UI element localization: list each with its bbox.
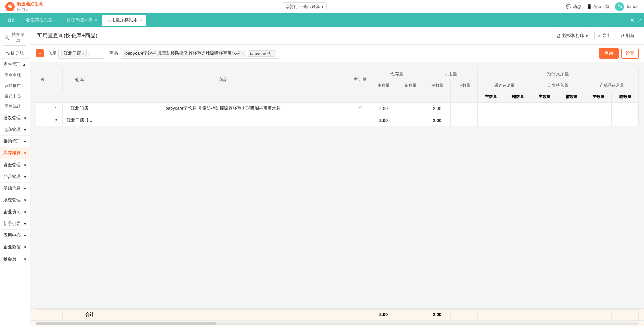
top-bar-left: 畅 畅捷通好生意 标准版 [5, 1, 43, 12]
sidebar-item-retail-stats[interactable]: 零售统计 [0, 101, 30, 112]
total-p5 [585, 309, 612, 320]
industry-select[interactable]: 母婴行业演示账套 ▾ [282, 2, 327, 11]
print-template-btn[interactable]: 🖨 按模板打印 ▾ [554, 31, 591, 40]
th-product-pending-sub: 辅数量 [612, 91, 639, 103]
export-icon: ↗ [597, 33, 601, 38]
td-unit-1: 个 [350, 103, 370, 114]
user-menu[interactable]: Ea demo2 [615, 2, 639, 11]
sidebar-group-purchase-header[interactable]: 采购管理 ▾ [0, 136, 30, 147]
setting-btn[interactable]: 设置 [621, 48, 639, 59]
th-no [49, 68, 63, 91]
export-btn[interactable]: ↗ 导出 [594, 31, 614, 40]
sidebar-group-wholesale-label: 批发管理 [3, 115, 21, 121]
page-header: 可用量查询(按仓库+商品) 🖨 按模板打印 ▾ ↗ 导出 ↺ 刷新 [30, 27, 644, 45]
th-purchase-main: 主数量 [478, 91, 504, 103]
sidebar-item-marketing[interactable]: 营销推广 [0, 81, 30, 91]
filter-product-tag2-text: babycare?... [250, 51, 274, 56]
chevron-icon: ▲ [22, 62, 26, 67]
chevron-icon12: ▾ [24, 233, 26, 238]
sidebar-search-btn[interactable]: 🔍 搜索菜单 [3, 30, 27, 46]
th-product-pending: 产成品待入量 [585, 80, 639, 91]
export-label: 导出 [602, 33, 611, 39]
sidebar-group-retail-header[interactable]: 零售管理 ▲ [0, 59, 30, 70]
chevron-icon7: ▾ [24, 174, 26, 179]
print-template-label: 按模板打印 [562, 33, 584, 39]
filter-warehouse-input[interactable]: 江北门店 × ... [58, 48, 105, 59]
td-product-pending-main-1 [585, 103, 612, 114]
app-download-btn[interactable]: 📱 App下载 [587, 4, 610, 10]
message-btn[interactable]: 💬 消息 [566, 4, 581, 10]
sidebar-item-retail-mall[interactable]: 零售商城 [0, 70, 30, 81]
td-warehouse-2: 江北门店【... [63, 114, 96, 126]
tab-home[interactable]: 首页 [3, 15, 21, 26]
query-btn[interactable]: 查询 [599, 48, 619, 59]
filter-warehouse-ellipsis[interactable]: ... [88, 51, 91, 56]
chevron-icon11: ▾ [24, 221, 26, 226]
top-bar-center: 母婴行业演示账套 ▾ [282, 2, 327, 11]
expand-icon: » [38, 51, 41, 56]
scrollbar-track[interactable] [36, 322, 639, 325]
sidebar-quick-nav[interactable]: 快捷导航 [0, 48, 30, 59]
chevron-icon4: ▾ [24, 139, 26, 144]
filter-product-tag1-close[interactable]: × [241, 51, 244, 55]
nav-expand-btn[interactable]: ⤢ [637, 17, 641, 24]
th-incoming-main: 主数量 [531, 91, 558, 103]
total-p4 [558, 309, 585, 320]
th-product: 商品 [96, 68, 350, 91]
scrollbar-thumb [36, 322, 216, 325]
sidebar-group-appcenter-label: 应用中心 [3, 232, 21, 238]
chevron-icon10: ▾ [24, 209, 26, 215]
td-incoming-main-1 [531, 103, 558, 114]
brand-name: 畅捷通好生意 [17, 1, 43, 7]
sidebar-item-member-center[interactable]: 会员中心 [0, 91, 30, 101]
filter-warehouse-tag-text: 江北门店 [64, 50, 81, 56]
tab-order-stats-close[interactable]: × [95, 18, 97, 22]
sidebar-group-finance: 资金管理 ▾ [0, 159, 30, 171]
th-forecast: 预计入库量 [478, 68, 639, 80]
sidebar-group-newguide-header[interactable]: 新手引导 ▾ [0, 218, 30, 229]
sidebar-group-appcenter: 应用中心 ▾ [0, 230, 30, 241]
sidebar-quick-nav-label: 快捷导航 [6, 51, 24, 56]
sidebar-search-area: 🔍 搜索菜单 [0, 27, 30, 48]
sidebar-group-appcenter-header[interactable]: 应用中心 ▾ [0, 230, 30, 241]
chevron-print-icon: ▾ [586, 33, 588, 38]
sidebar-group-wholesale-header[interactable]: 批发管理 ▾ [0, 112, 30, 124]
sidebar-group-basic: 基础信息 ▾ [0, 183, 30, 194]
tab-available-stock-close[interactable]: × [140, 18, 142, 22]
search-icon: 🔍 [4, 35, 10, 40]
sidebar-group-basic-header[interactable]: 基础信息 ▾ [0, 183, 30, 194]
sidebar-group-business-header[interactable]: 经营管理 ▾ [0, 171, 30, 182]
nav-close-btn[interactable]: ✕ [630, 17, 634, 24]
sidebar-group-corpwechat-header[interactable]: 企业微信 ▾ [0, 241, 30, 253]
sidebar-group-enterprise-header[interactable]: 企业协同 ▾ [0, 206, 30, 218]
filter-actions: 查询 设置 [599, 48, 639, 59]
top-bar-right: 💬 消息 📱 App下载 Ea demo2 [566, 2, 639, 11]
sidebar-group-inventory-header[interactable]: 库存核算 ▾ [0, 147, 30, 159]
tab-order-stats[interactable]: 要货单统计表 × [62, 15, 101, 26]
sidebar-group-corpwechat: 企业微信 ▾ [0, 241, 30, 253]
sidebar-group-system-header[interactable]: 系统管理 ▾ [0, 194, 30, 206]
filter-product-tag1-text: babycare学饮杯 儿童防摔防撞吸管杯重力球吸嘴杯宝宝水杯 [125, 50, 240, 56]
filter-warehouse-tag-close[interactable]: × [82, 51, 84, 55]
td-product-1: babycare学饮杯 儿童防摔防撞吸管杯重力球吸嘴杯宝宝水杯 [96, 103, 350, 114]
td-current-main-2: 2.00 [370, 114, 397, 126]
sidebar-group-ecommerce-header[interactable]: 电商管理 ▾ [0, 124, 30, 135]
tab-available-stock[interactable]: 可用量库存账本 × [102, 15, 146, 26]
sidebar-group-member-header[interactable]: 畅会员 ▾ [0, 253, 30, 265]
sidebar-group-ecommerce: 电商管理 ▾ [0, 124, 30, 136]
filter-product-tag1: babycare学饮杯 儿童防摔防撞吸管杯重力球吸嘴杯宝宝水杯 × [123, 50, 246, 57]
refresh-icon: ↺ [621, 33, 624, 38]
refresh-btn[interactable]: ↺ 刷新 [618, 31, 637, 40]
tab-receipt-summary-close[interactable]: × [54, 18, 56, 22]
tab-receipt-summary[interactable]: 收发存汇总表 × [21, 15, 61, 26]
avatar: Ea [615, 2, 624, 11]
filter-warehouse-label: 仓库 [48, 50, 56, 56]
filter-expand-btn[interactable]: » [36, 49, 44, 57]
filter-product-input[interactable]: babycare学饮杯 儿童防摔防撞吸管杯重力球吸嘴杯宝宝水杯 × babyca… [120, 48, 279, 59]
td-product-2 [96, 114, 350, 126]
total-row: 合计 2.00 2.00 [36, 309, 639, 320]
sidebar-group-newguide: 新手引导 ▾ [0, 218, 30, 230]
th-gear[interactable]: ⚙ [36, 68, 49, 91]
sidebar-group-finance-header[interactable]: 资金管理 ▾ [0, 159, 30, 171]
filter-row: » 仓库 江北门店 × ... 商品 babycare学饮杯 儿童防摔防撞吸管杯… [30, 45, 644, 62]
